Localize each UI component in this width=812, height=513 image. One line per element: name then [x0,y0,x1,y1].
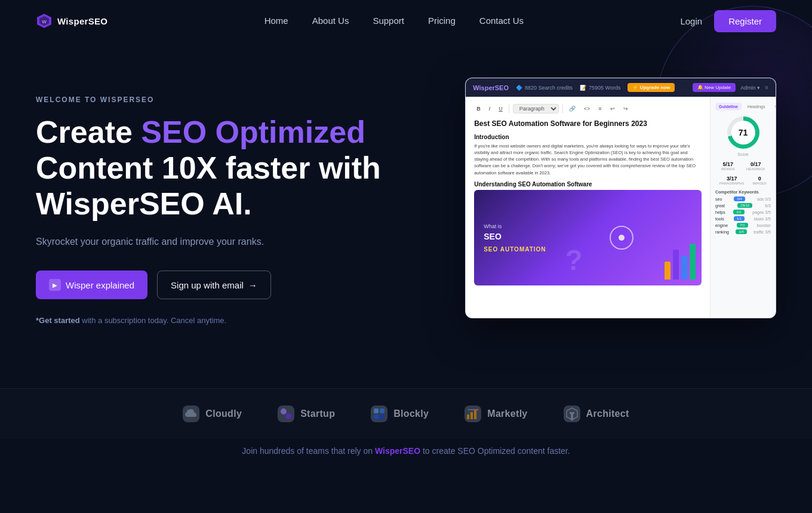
img-seo-title: SEO [484,231,546,241]
bar-3 [681,256,687,279]
paragraph-select[interactable]: Paragraph [513,104,559,113]
sidebar-stats: 5/17 WORDS 0/17 HEADINGS [715,161,771,171]
editor-title: Best SEO Automation Software for Beginne… [474,119,702,129]
nav-pricing[interactable]: Pricing [428,16,456,26]
stat-paragraphs: 3/17 PARAGRAPHS [719,176,744,185]
blockly-icon [371,406,387,422]
sign-up-email-button[interactable]: Sign up with email → [157,271,271,299]
nav-actions: Login Register [680,10,776,32]
bar-2 [673,250,679,279]
topbar-right: 🔔 New Update Admin ▾ ≡ [693,83,768,92]
nav-links: Home About Us Support Pricing Contact Us [264,16,524,26]
app-screenshot: WisperSEO 🔷 8820 Search credits 📝 75905 … [465,78,776,318]
score-circle: 71 [727,116,759,149]
editor-section2-title: Understanding SEO Automation Software [474,181,702,188]
upgrade-btn[interactable]: ⚡ Upgrade now [628,83,675,92]
kw-row-2: great 28/10 6/3 [715,203,771,208]
link-btn[interactable]: 🔗 [567,105,578,113]
underline-btn[interactable]: U [496,105,505,113]
redo-btn[interactable]: ↪ [621,105,630,113]
screenshot-sidebar: Guideline Headings Serp 71 Score 5/17 W [710,97,776,318]
partner-startup: Startup [278,406,335,422]
partner-architect: Architect [564,406,629,422]
logo-icon: W [36,13,53,29]
nav-home[interactable]: Home [264,16,288,26]
kw-count-5: booster [757,223,771,228]
list-btn[interactable]: ≡ [596,105,604,113]
cloudly-svg [184,409,198,419]
code-btn[interactable]: <> [582,105,593,113]
brand-highlight: WisperSEO [375,446,420,456]
svg-rect-7 [374,414,379,419]
sidebar-tab-guideline[interactable]: Guideline [715,103,742,110]
blockly-name: Blockly [393,408,429,419]
get-started-text: *Get started with a subscription today. … [36,316,443,325]
btn-outline-label: Sign up with email [171,280,244,290]
register-button[interactable]: Register [714,10,776,32]
sidebar-tabs: Guideline Headings Serp [715,103,771,110]
headline-rest: Content 10X faster with WisperSEO AI. [36,150,381,221]
kw-name-3: helps [715,210,725,214]
stat-images-val: 0 [753,176,767,182]
architect-svg [566,407,578,420]
nav-contact[interactable]: Contact Us [479,16,524,26]
img-question: ? [565,244,583,277]
kw-count-4: tasks 3/5 [754,217,771,221]
editor-image-block: What is SEO SEO AUTOMATION ? [474,190,702,285]
hero-subheading: Skyrocket your organic traffic and impro… [36,235,443,249]
sidebar-tab-serp[interactable]: Serp [771,103,776,110]
partners-bar: Cloudly Startup Blockly [0,388,812,439]
italic-btn[interactable]: I [487,105,493,113]
get-started-bold: *Get started [36,316,80,325]
undo-btn[interactable]: ↩ [608,105,617,113]
cursor-circle [610,226,633,250]
kw-name-5: engine [715,223,728,228]
bar-1 [665,262,670,279]
login-button[interactable]: Login [680,16,702,26]
welcome-tag: WELCOME TO WISPERSEO [36,96,443,104]
kw-row-5: engine 7/1 booster [715,223,771,228]
kw-badge-3: 1/1 [733,210,744,214]
img-label: What is SEO SEO AUTOMATION [484,223,546,252]
kw-row-3: helps 1/1 pages 3/5 [715,210,771,214]
kw-name-2: great [715,204,725,208]
nav-support[interactable]: Support [373,16,404,26]
img-automation-title: SEO AUTOMATION [484,245,546,252]
svg-rect-16 [570,412,574,414]
stat-words-val: 5/17 [721,161,735,167]
score-label-text: Score [715,152,771,156]
words-stat: 📝 75905 Words [580,85,620,91]
svg-rect-10 [470,412,473,419]
bold-btn[interactable]: B [474,105,483,113]
screenshot-editor: B I U Paragraph 🔗 <> ≡ ↩ ↪ [466,97,710,318]
toolbar-sep-1 [509,105,509,113]
blockly-svg [373,407,386,420]
editor-toolbar: B I U Paragraph 🔗 <> ≡ ↩ ↪ [474,104,702,113]
nav-about[interactable]: About Us [312,16,349,26]
logo[interactable]: W WisperSEO [36,13,107,29]
stat-paragraphs-val: 3/17 [719,176,744,182]
kw-badge-1: 0/4 [734,196,745,201]
bar-4 [690,244,696,279]
navbar: W WisperSEO Home About Us Support Pricin… [0,0,812,42]
svg-rect-5 [374,408,379,413]
editor-image-inner: What is SEO SEO AUTOMATION ? [474,190,702,285]
stat-words: 5/17 WORDS [721,161,735,171]
kw-badge-4: 1/1 [734,216,745,221]
new-update-btn[interactable]: 🔔 New Update [693,83,736,92]
marketly-svg [466,408,479,419]
hero-buttons: ▶ Wisper explained Sign up with email → [36,271,443,299]
marketly-name: Marketly [487,408,527,419]
partner-marketly: Marketly [465,406,527,422]
sidebar-tab-headings[interactable]: Headings [744,103,769,110]
toolbar-sep-2 [562,105,563,113]
hero-right: WisperSEO 🔷 8820 Search credits 📝 75905 … [465,78,776,318]
svg-point-3 [281,408,287,414]
partner-cloudly: Cloudly [183,406,242,422]
stat-paragraphs-name: PARAGRAPHS [719,182,744,185]
get-started-rest: with a subscription today. Cancel anytim… [80,316,226,325]
kw-name-6: ranking [715,230,729,234]
wisper-explained-button[interactable]: ▶ Wisper explained [36,271,147,299]
join-section: Join hundreds of teams that rely on Wisp… [0,439,812,456]
kw-name-1: seo [715,197,722,201]
